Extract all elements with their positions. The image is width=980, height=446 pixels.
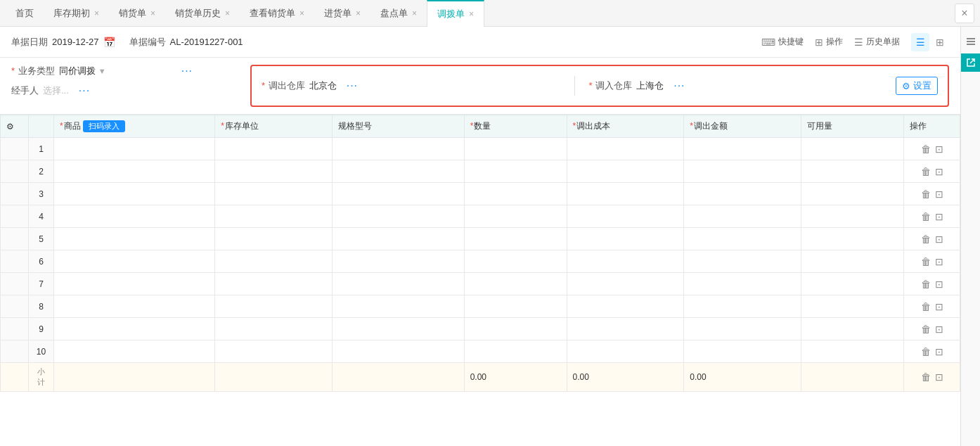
gear-cell-3 <box>1 183 29 205</box>
list-view-icon[interactable]: ☰ <box>911 33 929 51</box>
qty-cell-6[interactable] <box>464 250 567 273</box>
calendar-icon[interactable]: 📅 <box>103 37 115 48</box>
available-cell-2 <box>801 160 904 183</box>
gear-small-icon: ⚙ <box>902 81 910 91</box>
delete-row-icon-6[interactable]: 🗑 <box>921 256 931 267</box>
header-area: 单据日期 2019-12-27 📅 单据编号 AL-20191227-001 ⌨… <box>0 27 960 58</box>
delete-row-icon-8[interactable]: 🗑 <box>921 301 931 312</box>
tab-view-sales[interactable]: 查看销货单 × <box>240 0 314 27</box>
cost-cell-3 <box>567 183 684 205</box>
biz-type-select[interactable]: 同价调拨 ▼ <box>59 65 172 77</box>
tab-home[interactable]: 首页 <box>6 0 44 27</box>
qty-cell-10[interactable] <box>464 340 567 363</box>
qty-cell-2[interactable] <box>464 160 567 183</box>
table-container[interactable]: ⚙ *商品 扫码录入 *库存单位 规格型号 *数量 <box>0 115 960 446</box>
copy-row-icon-2[interactable]: ⊡ <box>935 166 943 177</box>
delete-row-icon-2[interactable]: 🗑 <box>921 166 931 177</box>
sidebar-list-icon[interactable] <box>962 32 980 51</box>
copy-row-icon-10[interactable]: ⊡ <box>935 346 943 357</box>
actions-cell-10: 🗑 ⊡ <box>904 340 960 363</box>
tab-close-view-sales[interactable]: × <box>299 8 304 18</box>
subtotal-cost-cell: 0.00 <box>567 363 684 392</box>
warehouse-out-label: * 调出仓库 <box>262 79 305 92</box>
delete-row-icon-1[interactable]: 🗑 <box>921 144 931 155</box>
tab-transfer-order[interactable]: 调拨单 × <box>427 0 484 27</box>
qty-cell-4[interactable] <box>464 205 567 228</box>
tab-inventory-init[interactable]: 库存期初 × <box>44 0 109 27</box>
spec-cell-9 <box>333 318 465 340</box>
shortcuts-button[interactable]: ⌨ 快捷键 <box>761 36 804 48</box>
form-area: * 业务类型 同价调拨 ▼ ··· 经手人 选择... ··· * <box>0 58 960 115</box>
product-cell-3[interactable] <box>54 183 215 205</box>
product-cell-8[interactable] <box>54 295 215 318</box>
product-cell-1[interactable] <box>54 138 215 160</box>
tab-close-sales-order[interactable]: × <box>150 8 155 18</box>
qty-cell-8[interactable] <box>464 295 567 318</box>
col-gear[interactable]: ⚙ <box>1 115 29 138</box>
tab-close-purchase-order[interactable]: × <box>356 8 361 18</box>
product-cell-6[interactable] <box>54 250 215 273</box>
copy-row-icon-8[interactable]: ⊡ <box>935 301 943 312</box>
delete-row-icon-10[interactable]: 🗑 <box>921 346 931 357</box>
copy-row-icon-5[interactable]: ⊡ <box>935 234 943 245</box>
tab-inventory-check[interactable]: 盘点单 × <box>370 0 427 27</box>
gear-cell-5 <box>1 228 29 250</box>
gear-cell-7 <box>1 273 29 295</box>
warehouse-panel: * 调出仓库 北京仓 ··· * 调入仓库 上海仓 ··· ⚙ <box>250 65 949 107</box>
col-cost: *调出成本 <box>567 115 684 138</box>
tab-sales-history[interactable]: 销货单历史 × <box>165 0 240 27</box>
biz-type-more[interactable]: ··· <box>181 65 193 77</box>
qty-cell-5[interactable] <box>464 228 567 250</box>
copy-row-icon-9[interactable]: ⊡ <box>935 324 943 335</box>
sidebar-external-link-icon[interactable] <box>961 53 981 72</box>
product-cell-2[interactable] <box>54 160 215 183</box>
product-cell-10[interactable] <box>54 340 215 363</box>
history-button[interactable]: ☰ 历史单据 <box>854 36 900 48</box>
product-cell-9[interactable] <box>54 318 215 340</box>
spec-cell-2 <box>333 160 465 183</box>
warehouse-in-more[interactable]: ··· <box>673 79 685 92</box>
delete-row-icon-4[interactable]: 🗑 <box>921 211 931 222</box>
scan-button[interactable]: 扫码录入 <box>83 120 125 132</box>
tab-close-inventory-init[interactable]: × <box>94 8 99 18</box>
warehouse-out-more[interactable]: ··· <box>347 79 358 92</box>
qty-cell-1[interactable] <box>464 138 567 160</box>
product-cell-7[interactable] <box>54 273 215 295</box>
delete-row-icon-5[interactable]: 🗑 <box>921 234 931 245</box>
window-close-button[interactable]: × <box>955 4 974 23</box>
copy-icon[interactable]: ⊡ <box>935 371 943 383</box>
tab-close-inventory-check[interactable]: × <box>412 8 417 18</box>
copy-row-icon-7[interactable]: ⊡ <box>935 279 943 290</box>
grid-view-icon[interactable]: ⊞ <box>931 33 949 51</box>
row-num-9: 9 <box>29 318 54 340</box>
col-qty: *数量 <box>464 115 567 138</box>
unit-cell-9 <box>215 318 333 340</box>
copy-row-icon-4[interactable]: ⊡ <box>935 211 943 222</box>
warehouse-in-value: 上海仓 <box>636 79 664 92</box>
main-content: 单据日期 2019-12-27 📅 单据编号 AL-20191227-001 ⌨… <box>0 27 960 446</box>
qty-cell-9[interactable] <box>464 318 567 340</box>
delete-row-icon-7[interactable]: 🗑 <box>921 279 931 290</box>
amount-cell-5 <box>684 228 801 250</box>
tab-close-transfer-order[interactable]: × <box>469 9 474 19</box>
copy-row-icon-6[interactable]: ⊡ <box>935 256 943 267</box>
tab-sales-order[interactable]: 销货单 × <box>109 0 165 27</box>
product-cell-5[interactable] <box>54 228 215 250</box>
qty-cell-7[interactable] <box>464 273 567 295</box>
tab-purchase-order[interactable]: 进货单 × <box>314 0 370 27</box>
copy-row-icon-1[interactable]: ⊡ <box>935 144 943 155</box>
tab-close-sales-history[interactable]: × <box>225 8 230 18</box>
person-input[interactable]: 选择... <box>43 84 69 97</box>
form-left: * 业务类型 同价调拨 ▼ ··· 经手人 选择... ··· <box>11 65 236 97</box>
copy-row-icon-3[interactable]: ⊡ <box>935 189 943 200</box>
product-cell-4[interactable] <box>54 205 215 228</box>
biz-type-required-star: * <box>11 65 15 76</box>
person-more[interactable]: ··· <box>79 84 90 97</box>
settings-button[interactable]: ⚙ 设置 <box>896 77 938 95</box>
qty-cell-3[interactable] <box>464 183 567 205</box>
delete-icon[interactable]: 🗑 <box>921 371 931 383</box>
history-icon: ☰ <box>854 37 863 48</box>
delete-row-icon-3[interactable]: 🗑 <box>921 189 931 200</box>
delete-row-icon-9[interactable]: 🗑 <box>921 324 931 335</box>
operations-button[interactable]: ⊞ 操作 <box>815 36 843 48</box>
